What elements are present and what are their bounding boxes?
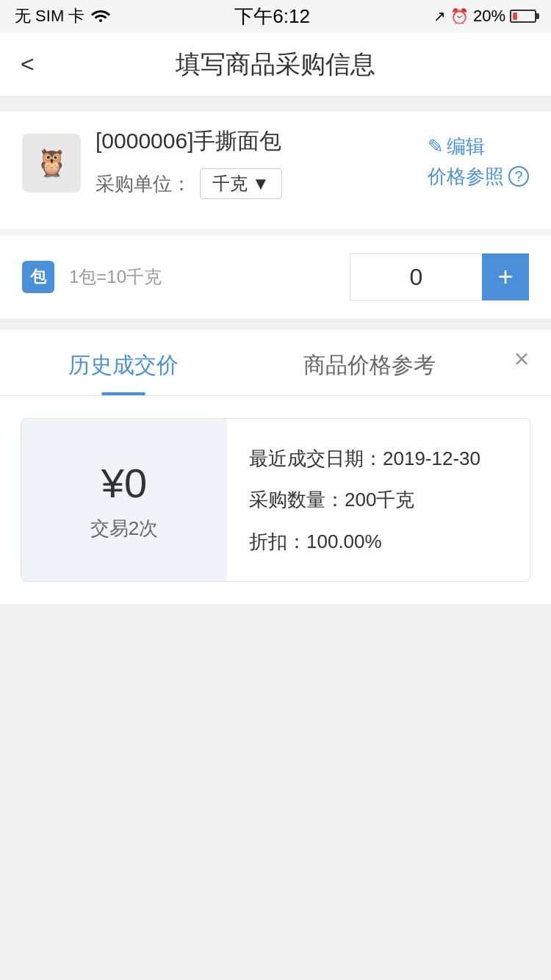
dropdown-chevron-icon: ▼ <box>252 173 270 194</box>
price-main: ¥0 <box>101 459 147 507</box>
tab-close-button[interactable]: × <box>492 344 551 382</box>
unit-badge: 包 <box>22 261 54 293</box>
price-detail-quantity: 采购数量：200千克 <box>249 486 508 513</box>
price-card: ¥0 交易2次 最近成交日期：2019-12-30 采购数量：200千克 折扣：… <box>21 418 530 582</box>
battery-icon <box>510 10 536 23</box>
product-logo-icon: 🦉 <box>35 148 68 179</box>
unit-label: 采购单位： <box>96 171 191 197</box>
tabs-section: 历史成交价 商品价格参考 × ¥0 交易2次 最近成交日期：2019-12-30 <box>0 330 551 604</box>
product-header: 🦉 [0000006]手撕面包 采购单位： 千克 ▼ <box>22 126 529 199</box>
edit-button[interactable]: ✎ 编辑 <box>428 134 485 159</box>
tab-product-price-ref[interactable]: 商品价格参考 <box>246 330 492 395</box>
price-right-panel: 最近成交日期：2019-12-30 采购数量：200千克 折扣：100.00% <box>227 419 530 581</box>
product-left: 🦉 [0000006]手撕面包 采购单位： 千克 ▼ <box>22 126 282 199</box>
quantity-input-group: + <box>350 253 529 300</box>
main-content: 🦉 [0000006]手撕面包 采购单位： 千克 ▼ <box>0 112 551 633</box>
carrier-text: 无 SIM 卡 <box>15 5 84 27</box>
edit-icon: ✎ <box>428 135 444 158</box>
nav-bar: < 填写商品采购信息 <box>0 32 551 97</box>
alarm-icon: ⏰ <box>450 7 469 25</box>
product-unit-row: 采购单位： 千克 ▼ <box>96 168 282 199</box>
price-card-area: ¥0 交易2次 最近成交日期：2019-12-30 采购数量：200千克 折扣：… <box>0 396 551 604</box>
status-bar: 无 SIM 卡 下午6:12 ↗ ⏰ 20% <box>0 0 551 32</box>
back-button[interactable]: < <box>21 51 35 78</box>
wifi-icon <box>90 6 111 26</box>
tab-bar: 历史成交价 商品价格参考 × <box>0 330 551 396</box>
price-transactions: 交易2次 <box>90 516 158 541</box>
status-time: 下午6:12 <box>234 4 310 29</box>
page-title: 填写商品采购信息 <box>176 48 375 82</box>
section-divider <box>0 228 551 236</box>
help-icon: ? <box>508 166 529 187</box>
price-left-panel: ¥0 交易2次 <box>21 419 227 581</box>
product-info: [0000006]手撕面包 采购单位： 千克 ▼ <box>96 126 282 199</box>
price-detail-discount: 折扣：100.00% <box>249 528 508 555</box>
unit-conversion: 1包=10千克 <box>69 265 335 289</box>
quantity-plus-button[interactable]: + <box>482 253 529 300</box>
location-icon: ↗ <box>433 7 446 25</box>
product-card: 🦉 [0000006]手撕面包 采购单位： 千克 ▼ <box>0 112 551 228</box>
unit-box-icon: 包 <box>22 261 54 293</box>
status-left: 无 SIM 卡 <box>15 5 111 27</box>
quantity-row: 包 1包=10千克 + <box>0 236 551 318</box>
price-detail-date: 最近成交日期：2019-12-30 <box>249 445 508 472</box>
product-name: [0000006]手撕面包 <box>96 126 282 156</box>
price-ref-button[interactable]: 价格参照 ? <box>428 164 529 190</box>
status-right: ↗ ⏰ 20% <box>433 7 536 26</box>
unit-value: 千克 <box>212 172 248 195</box>
quantity-input[interactable] <box>350 253 482 300</box>
product-right: ✎ 编辑 价格参照 ? <box>428 134 529 192</box>
battery-percentage: 20% <box>473 7 505 26</box>
tab-history-price[interactable]: 历史成交价 <box>0 330 246 395</box>
unit-dropdown[interactable]: 千克 ▼ <box>200 168 282 199</box>
product-thumbnail: 🦉 <box>22 134 81 192</box>
